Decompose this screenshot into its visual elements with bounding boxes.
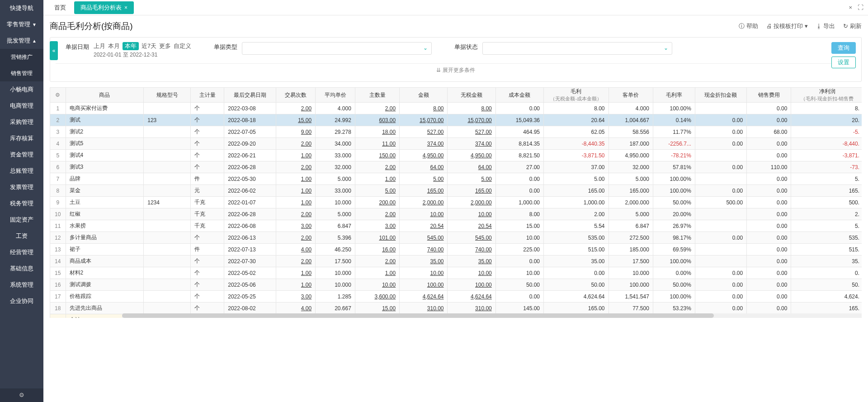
sidebar-sub-2-0[interactable]: 营销推广	[0, 49, 43, 65]
table-row[interactable]: 3测试2个2022-07-059.0029.27818.00527.00527.…	[50, 126, 862, 138]
table-row[interactable]: 13裙子件2022-07-134.0046.25016.00740.00740.…	[50, 244, 862, 255]
table-row[interactable]: 6测试3个2022-06-282.0032.0002.0064.0064.002…	[50, 161, 862, 173]
sidebar-item-10[interactable]: 税务管理	[0, 195, 43, 212]
col-header-6[interactable]: 主数量	[355, 88, 399, 103]
date-label: 单据日期	[66, 42, 89, 51]
print-button[interactable]: 🖨 按模板打印 ▾	[766, 22, 808, 30]
collapse-filter-button[interactable]: «	[50, 41, 58, 60]
table-row[interactable]: 18先进先出商品个2022-08-024.0020.66715.00310.00…	[50, 303, 862, 314]
refresh-button[interactable]: ↻ 刷新	[843, 22, 862, 30]
sidebar-item-12[interactable]: 工资	[0, 228, 43, 244]
sidebar-item-8[interactable]: 总账管理	[0, 163, 43, 179]
h-scrollbar[interactable]	[122, 313, 862, 318]
cell: 个	[190, 103, 224, 114]
cell: 0.00	[747, 220, 791, 232]
table-row[interactable]: 7品牌件2022-05-301.005.0001.005.005.000.005…	[50, 173, 862, 185]
sidebar-sub-2-1[interactable]: 销售管理	[0, 65, 43, 81]
cell: 2022-06-28	[224, 161, 276, 173]
col-header-10[interactable]: 毛利（无税金额-成本金额）	[544, 88, 609, 103]
col-header-2[interactable]: 主计量	[190, 88, 224, 103]
export-button[interactable]: ⭳ 导出	[816, 22, 835, 30]
table-row[interactable]: 10红椒千克2022-06-282.005.0002.0010.0010.008…	[50, 208, 862, 220]
col-header-7[interactable]: 金额	[400, 88, 448, 103]
table-row[interactable]: 12多计量商品个2022-06-132.005.396101.00545.005…	[50, 232, 862, 244]
table-row[interactable]: 1电商买家付运费个2022-03-082.004.0002.008.008.00…	[50, 103, 862, 114]
cell: 9.00	[276, 126, 316, 138]
scrollbar-thumb[interactable]	[122, 313, 714, 318]
table-row[interactable]: 2测试123个2022-08-1815.0024.992603.0015,070…	[50, 114, 862, 126]
settings-gear[interactable]: ⚙	[0, 388, 43, 402]
col-header-0[interactable]: 商品	[66, 88, 144, 103]
table-row[interactable]: 5测试4个2022-06-211.0033.000150.004,950.004…	[50, 150, 862, 161]
tab-close-all[interactable]: ×	[849, 4, 852, 11]
help-link[interactable]: ⓘ 帮助	[739, 22, 758, 30]
sidebar-item-15[interactable]: 系统管理	[0, 277, 43, 293]
tab-home[interactable]: 首页	[48, 1, 72, 14]
col-header-9[interactable]: 成本金额	[495, 88, 543, 103]
sidebar-item-16[interactable]: 企业协同	[0, 293, 43, 309]
col-header-13[interactable]: 现金折扣金额	[695, 88, 746, 103]
status-select[interactable]: ⌄	[482, 42, 672, 55]
sidebar-item-14[interactable]: 基础信息	[0, 260, 43, 277]
cell: 29.278	[316, 126, 355, 138]
expand-filters[interactable]: ⇊ 展开更多条件	[56, 63, 856, 77]
gear-column[interactable]: ⚙	[50, 88, 66, 103]
cell: 0.00	[544, 267, 609, 279]
col-header-3[interactable]: 最后交易日期	[224, 88, 276, 103]
cell	[144, 161, 191, 173]
sidebar-item-7[interactable]: 资金管理	[0, 147, 43, 163]
col-header-11[interactable]: 客单价	[609, 88, 653, 103]
sidebar-item-11[interactable]: 固定资产	[0, 212, 43, 228]
sidebar-item-5[interactable]: 采购管理	[0, 114, 43, 130]
col-header-1[interactable]: 规格型号	[144, 88, 191, 103]
cell: 2022-07-05	[224, 126, 276, 138]
table-row[interactable]: 14商品成本个2022-07-302.0017.5002.0035.0035.0…	[50, 255, 862, 267]
table-row[interactable]: 9土豆1234千克2022-01-071.0010.000200.002,000…	[50, 197, 862, 208]
cell: 4,624.64	[448, 291, 495, 303]
sidebar-item-13[interactable]: 经营管理	[0, 244, 43, 260]
preset-4[interactable]: 更多	[159, 42, 171, 50]
fullscreen-icon[interactable]: ⛶	[858, 4, 863, 11]
sidebar-item-3[interactable]: 小畅电商	[0, 81, 43, 98]
preset-2[interactable]: 本年	[123, 42, 139, 50]
cell: 2.00	[355, 208, 399, 220]
preset-5[interactable]: 自定义	[174, 42, 191, 50]
col-header-5[interactable]: 平均单价	[316, 88, 355, 103]
sidebar-item-1[interactable]: 零售管理▼	[0, 16, 43, 33]
table-row[interactable]: 4测试5个2022-09-202.0034.00011.00374.00374.…	[50, 138, 862, 150]
table-row[interactable]: 11水果捞千克2022-06-083.006.8473.0020.5420.54…	[50, 220, 862, 232]
preset-1[interactable]: 本月	[108, 42, 120, 50]
preset-0[interactable]: 上月	[94, 42, 105, 50]
col-header-12[interactable]: 毛利率	[653, 88, 695, 103]
cell: 2022-07-30	[224, 255, 276, 267]
type-select[interactable]: ⌄	[242, 42, 432, 55]
cell: 15,070.00	[400, 114, 448, 126]
tab-report[interactable]: 商品毛利分析表×	[74, 1, 134, 14]
table-row[interactable]: 15材料2个2022-05-021.0010.0001.0010.0010.00…	[50, 267, 862, 279]
settings-button[interactable]: 设置	[831, 57, 856, 68]
sidebar-item-6[interactable]: 库存核算	[0, 130, 43, 147]
cell: 0.	[791, 267, 862, 279]
sidebar-item-2[interactable]: 批发管理▲	[0, 33, 43, 49]
col-header-4[interactable]: 交易次数	[276, 88, 316, 103]
cell: 37.00	[544, 161, 609, 173]
query-button[interactable]: 查询	[831, 42, 856, 54]
cell: 2022-06-13	[224, 232, 276, 244]
cell: 0.00	[747, 197, 791, 208]
col-header-8[interactable]: 无税金额	[448, 88, 495, 103]
cell: 272.500	[609, 232, 653, 244]
table-row[interactable]: 17价格跟踪个2022-05-253.001.2853,600.004,624.…	[50, 291, 862, 303]
cell: 100.00%	[653, 255, 695, 267]
sidebar-item-0[interactable]: 快捷导航	[0, 0, 43, 16]
table-row[interactable]: 8菜金元2022-06-021.0033.0005.00165.00165.00…	[50, 185, 862, 197]
col-header-15[interactable]: 净利润（毛利-现金折扣-销售费	[791, 88, 862, 103]
table-row[interactable]: 16测试调拨个2022-05-061.0010.00010.00100.0010…	[50, 279, 862, 291]
preset-3[interactable]: 近7天	[142, 42, 156, 50]
close-icon[interactable]: ×	[124, 5, 127, 11]
sidebar-item-9[interactable]: 发票管理	[0, 179, 43, 195]
col-header-14[interactable]: 销售费用	[747, 88, 791, 103]
cell: 2022-05-30	[224, 173, 276, 185]
cell: 1,541.547	[609, 291, 653, 303]
sidebar-item-4[interactable]: 电商管理	[0, 98, 43, 114]
cell: 2022-01-07	[224, 197, 276, 208]
